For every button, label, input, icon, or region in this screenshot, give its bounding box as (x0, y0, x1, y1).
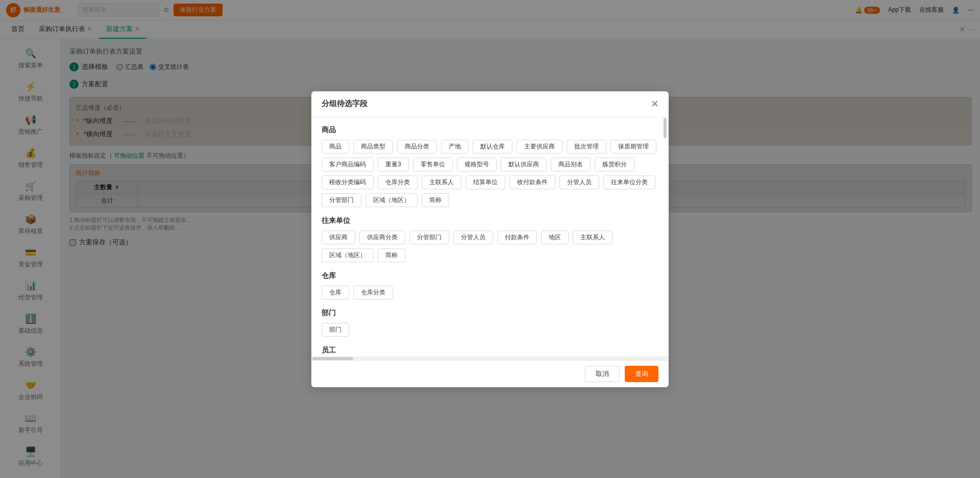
tag-goods-0[interactable]: 商品 (322, 140, 349, 154)
group-dept-tags: 部门 (322, 323, 658, 337)
tag-goods-8[interactable]: 客户商品编码 (322, 158, 374, 171)
field-select-modal: 分组待选字段 ✕ 商品 商品 商品类型 商品分类 产地 默认仓库 主要供应商 批… (311, 91, 669, 387)
tag-goods-21[interactable]: 往来单位分类 (603, 175, 655, 189)
modal-scroll-track (664, 118, 667, 361)
group-partner-title: 往来单位 (322, 216, 658, 225)
field-group-warehouse: 仓库 仓库 仓库分类 (322, 271, 658, 299)
modal-horizontal-scrollbar[interactable] (311, 357, 669, 360)
modal-header: 分组待选字段 ✕ (311, 91, 669, 117)
tag-partner-0[interactable]: 供应商 (322, 231, 355, 244)
tag-warehouse-1[interactable]: 仓库分类 (353, 286, 393, 299)
modal-body: 商品 商品 商品类型 商品分类 产地 默认仓库 主要供应商 批次管理 保质期管理… (311, 117, 669, 357)
group-warehouse-tags: 仓库 仓库分类 (322, 286, 658, 299)
modal-close-button[interactable]: ✕ (651, 98, 658, 110)
tag-goods-13[interactable]: 商品别名 (551, 158, 591, 171)
tag-partner-8[interactable]: 简称 (378, 248, 405, 262)
group-staff-title: 员工 (322, 346, 658, 355)
tag-goods-5[interactable]: 主要供应商 (517, 140, 562, 154)
tag-partner-2[interactable]: 分管部门 (409, 231, 449, 244)
tag-goods-22[interactable]: 分管部门 (322, 193, 361, 207)
tag-dept-0[interactable]: 部门 (322, 323, 349, 337)
tag-partner-5[interactable]: 地区 (541, 231, 569, 244)
tag-partner-6[interactable]: 主联系人 (573, 231, 612, 244)
tag-goods-11[interactable]: 规格型号 (457, 158, 497, 171)
modal-scroll-bar (664, 118, 667, 138)
group-warehouse-title: 仓库 (322, 271, 658, 281)
group-goods-tags: 商品 商品类型 商品分类 产地 默认仓库 主要供应商 批次管理 保质期管理 客户… (322, 140, 658, 207)
tag-goods-12[interactable]: 默认供应商 (501, 158, 547, 171)
tag-goods-10[interactable]: 零售单位 (413, 158, 453, 171)
tag-goods-19[interactable]: 收付款条件 (509, 175, 555, 189)
tag-goods-18[interactable]: 结算单位 (465, 175, 505, 189)
tag-goods-24[interactable]: 简称 (422, 193, 449, 207)
group-partner-tags: 供应商 供应商分类 分管部门 分管人员 付款条件 地区 主联系人 区域（地区） … (322, 231, 658, 262)
tag-goods-3[interactable]: 产地 (441, 140, 469, 154)
tag-goods-1[interactable]: 商品类型 (353, 140, 393, 154)
tag-goods-20[interactable]: 分管人员 (559, 175, 599, 189)
tag-goods-23[interactable]: 区域（地区） (365, 193, 418, 207)
field-group-dept: 部门 部门 (322, 309, 658, 337)
tag-goods-7[interactable]: 保质期管理 (610, 140, 656, 154)
tag-partner-3[interactable]: 分管人员 (453, 231, 493, 244)
cancel-button[interactable]: 取消 (585, 366, 620, 382)
group-dept-title: 部门 (322, 309, 658, 318)
modal-title: 分组待选字段 (322, 99, 368, 109)
tag-goods-14[interactable]: 炼货积分 (595, 158, 634, 171)
tag-goods-16[interactable]: 仓库分类 (378, 175, 418, 189)
field-group-partner: 往来单位 供应商 供应商分类 分管部门 分管人员 付款条件 地区 主联系人 区域… (322, 216, 658, 262)
tag-goods-15[interactable]: 税收分类编码 (322, 175, 374, 189)
modal-overlay: 分组待选字段 ✕ 商品 商品 商品类型 商品分类 产地 默认仓库 主要供应商 批… (0, 0, 980, 478)
tag-goods-6[interactable]: 批次管理 (567, 140, 606, 154)
confirm-button[interactable]: 查询 (625, 366, 658, 382)
tag-goods-9[interactable]: 重量3 (378, 158, 409, 171)
tag-partner-1[interactable]: 供应商分类 (359, 231, 405, 244)
tag-goods-17[interactable]: 主联系人 (422, 175, 461, 189)
tag-warehouse-0[interactable]: 仓库 (322, 286, 349, 299)
tag-goods-4[interactable]: 默认仓库 (473, 140, 512, 154)
modal-footer: 取消 查询 (311, 360, 669, 387)
tag-partner-4[interactable]: 付款条件 (497, 231, 537, 244)
tag-partner-7[interactable]: 区域（地区） (322, 248, 374, 262)
field-group-goods: 商品 商品 商品类型 商品分类 产地 默认仓库 主要供应商 批次管理 保质期管理… (322, 125, 658, 207)
group-goods-title: 商品 (322, 125, 658, 135)
tag-goods-2[interactable]: 商品分类 (397, 140, 437, 154)
field-group-staff: 员工 业务员 (322, 346, 658, 357)
